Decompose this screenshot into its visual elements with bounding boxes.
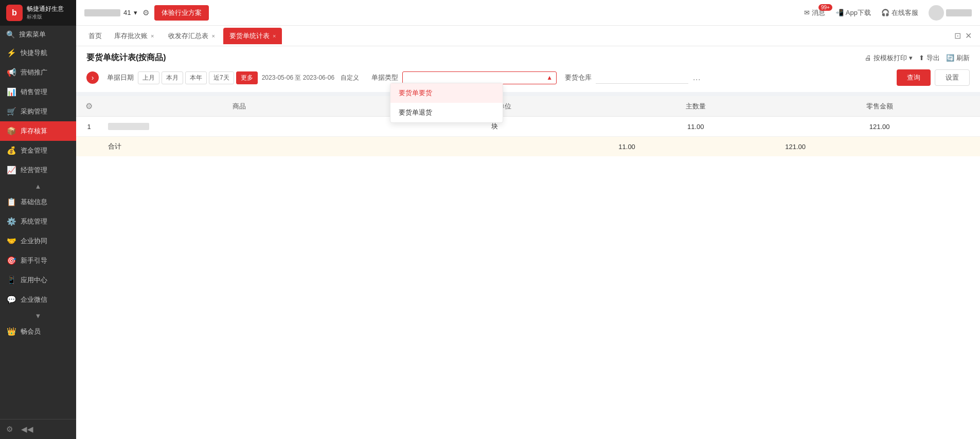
tab-inout-summary-label: 收发存汇总表 xyxy=(168,31,208,41)
warehouse-label: 要货仓库 xyxy=(565,73,592,82)
tab-inout-summary-close[interactable]: × xyxy=(211,33,215,39)
sidebar-item-app-center[interactable]: 📱 应用中心 xyxy=(0,270,76,290)
this-year-btn[interactable]: 本年 xyxy=(185,71,207,84)
sidebar-item-operations-label: 经营管理 xyxy=(21,166,47,175)
tab-inout-summary[interactable]: 收发存汇总表 × xyxy=(162,28,221,44)
more-dates-btn[interactable]: 更多 xyxy=(236,71,258,84)
dropdown-item-1[interactable]: 要货单退货 xyxy=(390,103,503,122)
dropdown-item-0[interactable]: 要货单要货 xyxy=(390,83,503,103)
this-month-btn[interactable]: 本月 xyxy=(162,71,183,84)
column-settings-icon[interactable]: ⚙ xyxy=(85,102,93,111)
tab-inventory-batch-close[interactable]: × xyxy=(151,33,154,39)
sidebar-item-sales[interactable]: 📊 销售管理 xyxy=(0,82,76,102)
filter-actions: 查询 设置 xyxy=(897,69,970,86)
tab-home[interactable]: 首页 xyxy=(84,28,106,44)
sidebar-item-sales-label: 销售管理 xyxy=(21,87,47,97)
user-avatar-btn[interactable] xyxy=(929,5,972,21)
col-qty: 主数量 xyxy=(612,96,779,117)
print-label: 按模板打印 xyxy=(874,53,907,63)
sidebar-item-system[interactable]: ⚙️ 系统管理 xyxy=(0,212,76,231)
filter-expand-btn[interactable]: › xyxy=(86,71,99,84)
topbar: 41 ▾ ⚙ 体验行业方案 ✉ 消息 99+ 📲 App下载 🎧 在线客服 xyxy=(76,0,980,26)
company-name xyxy=(84,9,120,16)
online-service-btn[interactable]: 🎧 在线客服 xyxy=(881,8,918,17)
query-btn[interactable]: 查询 xyxy=(897,69,931,86)
print-btn[interactable]: 🖨 按模板打印 ▾ xyxy=(865,53,913,63)
main-content: 41 ▾ ⚙ 体验行业方案 ✉ 消息 99+ 📲 App下载 🎧 在线客服 xyxy=(76,0,980,439)
headset-icon: 🎧 xyxy=(881,9,889,16)
col-product: 商品 xyxy=(102,96,377,117)
membership-icon: 👑 xyxy=(6,327,16,336)
company-dropdown-icon: ▾ xyxy=(134,9,137,16)
export-btn[interactable]: ⬆ 导出 xyxy=(919,53,940,63)
col-settings: ⚙ xyxy=(76,96,102,117)
warehouse-input[interactable] xyxy=(596,71,688,84)
sidebar-collapse-btn[interactable]: ◀◀ xyxy=(21,425,33,434)
sidebar-item-inventory-label: 库存核算 xyxy=(21,126,47,136)
sidebar-item-finance[interactable]: 💰 资金管理 xyxy=(0,141,76,160)
filter-warehouse-group: 要货仓库 … xyxy=(565,71,701,84)
type-select-input[interactable] xyxy=(402,71,557,84)
total-empty-1 xyxy=(76,137,102,157)
sidebar-item-quick-nav[interactable]: ⚡ 快捷导航 xyxy=(0,43,76,63)
topbar-gear-icon[interactable]: ⚙ xyxy=(142,8,149,17)
app-center-icon: 📱 xyxy=(6,276,16,285)
sidebar-item-quick-nav-label: 快捷导航 xyxy=(21,48,47,58)
tab-inventory-batch[interactable]: 库存批次账 × xyxy=(108,28,160,44)
custom-date-btn[interactable]: 自定义 xyxy=(336,72,363,84)
filter-type-group: 单据类型 ▲ xyxy=(371,71,557,84)
last-7-days-btn[interactable]: 近7天 xyxy=(209,71,234,84)
sidebar-item-basic-info-label: 基础信息 xyxy=(21,197,47,207)
col-amount: 零售金额 xyxy=(779,96,980,117)
company-num: 41 xyxy=(123,9,131,16)
sales-icon: 📊 xyxy=(6,87,16,97)
message-btn[interactable]: ✉ 消息 99+ xyxy=(804,8,825,17)
warehouse-more-btn[interactable]: … xyxy=(692,73,701,82)
row-amount: 121.00 xyxy=(779,117,980,137)
sidebar-item-enterprise-label: 企业协同 xyxy=(21,236,47,246)
sidebar-item-membership[interactable]: 👑 畅会员 xyxy=(0,322,76,341)
total-qty: 11.00 xyxy=(612,137,779,157)
app-download-btn[interactable]: 📲 App下载 xyxy=(835,8,871,17)
last-month-btn[interactable]: 上月 xyxy=(138,71,159,84)
settings-icon[interactable]: ⚙ xyxy=(6,425,13,434)
username xyxy=(946,9,972,16)
system-icon: ⚙️ xyxy=(6,217,16,226)
company-selector[interactable]: 41 ▾ xyxy=(84,9,137,16)
sidebar-search[interactable]: 🔍 搜索菜单 xyxy=(0,26,76,43)
refresh-btn[interactable]: 🔄 刷新 xyxy=(946,53,970,63)
trial-industry-btn[interactable]: 体验行业方案 xyxy=(154,5,209,21)
export-icon: ⬆ xyxy=(919,54,924,62)
online-service-label: 在线客服 xyxy=(892,8,918,17)
window-buttons: ⊡ ✕ xyxy=(954,31,972,41)
dropdown-item-0-label: 要货单要货 xyxy=(399,89,432,97)
sidebar-item-operations[interactable]: 📈 经营管理 xyxy=(0,160,76,180)
sidebar-item-wechat[interactable]: 💬 企业微信 xyxy=(0,290,76,309)
sidebar-item-enterprise[interactable]: 🤝 企业协同 xyxy=(0,231,76,251)
date-btn-group: 上月 本月 本年 近7天 更多 2023-05-06 至 2023-06-06 … xyxy=(138,71,363,84)
app-download-icon: 📲 xyxy=(835,9,844,16)
sidebar-item-purchase[interactable]: 🛒 采购管理 xyxy=(0,102,76,121)
tab-order-stats[interactable]: 要货单统计表 × xyxy=(223,28,282,44)
sidebar-scroll-up[interactable]: ▲ xyxy=(0,180,76,192)
sidebar-item-guide[interactable]: 🎯 新手引导 xyxy=(0,251,76,270)
quick-nav-icon: ⚡ xyxy=(6,48,16,58)
app-logo-icon: b xyxy=(6,5,23,21)
sidebar-item-marketing[interactable]: 📢 营销推广 xyxy=(0,63,76,82)
purchase-icon: 🛒 xyxy=(6,107,16,116)
setting-btn[interactable]: 设置 xyxy=(935,69,970,86)
window-restore-btn[interactable]: ⊡ xyxy=(954,31,961,41)
table-total-row: 合计 11.00 121.00 xyxy=(76,137,980,157)
tab-order-stats-label: 要货单统计表 xyxy=(229,31,270,41)
tab-order-stats-close[interactable]: × xyxy=(273,33,276,39)
basic-info-icon: 📋 xyxy=(6,197,16,207)
sidebar-item-membership-label: 畅会员 xyxy=(21,327,41,336)
sidebar-item-basic-info[interactable]: 📋 基础信息 xyxy=(0,192,76,212)
window-close-btn[interactable]: ✕ xyxy=(965,31,972,41)
refresh-label: 刷新 xyxy=(956,53,970,63)
sidebar-scroll-down[interactable]: ▼ xyxy=(0,309,76,322)
sidebar-item-inventory[interactable]: 📦 库存核算 xyxy=(0,121,76,141)
type-select-arrow[interactable]: ▲ xyxy=(546,74,553,81)
tab-home-label: 首页 xyxy=(88,31,102,41)
row-qty: 11.00 xyxy=(612,117,779,137)
